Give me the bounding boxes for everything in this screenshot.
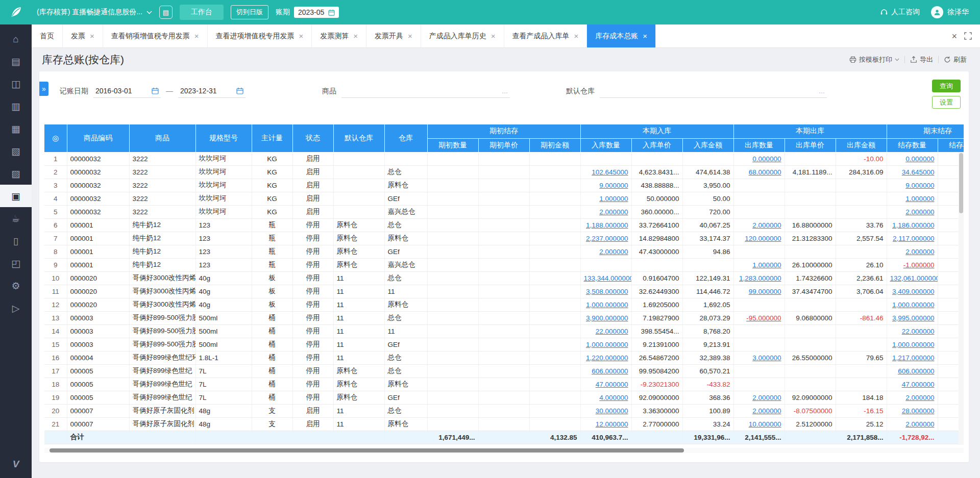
tab-查看进项增值税专用发票[interactable]: 查看进项增值税专用发票× (208, 24, 312, 47)
table-row[interactable]: 6000001纯牛奶12123瓶停用原料仓总仓1,188.00000033.72… (44, 218, 964, 232)
cell[interactable]: 3,900.000000 (580, 311, 631, 324)
table-row[interactable]: 4000000323222坎坎坷坷KG启用GEf1.00000050.00000… (44, 192, 964, 205)
cell[interactable]: 68.000000 (733, 165, 785, 179)
tab-发票测算[interactable]: 发票测算× (312, 24, 366, 47)
cell[interactable]: 99.000000 (733, 285, 785, 298)
tab-查看产成品入库单[interactable]: 查看产成品入库单× (504, 24, 587, 47)
cell[interactable]: 9.000000 (887, 179, 938, 192)
cell[interactable]: 133,344.000000 (580, 271, 631, 285)
drill-down-link[interactable]: 2.000000 (599, 208, 628, 216)
drill-down-link[interactable]: 9.000000 (599, 182, 628, 189)
drill-down-link[interactable]: 47.000000 (596, 381, 628, 388)
support-link[interactable]: 人工咨询 (880, 8, 920, 17)
cell[interactable]: 2.000000 (887, 205, 938, 218)
drill-down-link[interactable]: 2,117.000000 (893, 235, 935, 242)
end-date-input[interactable]: 2023-12-31 (178, 84, 246, 98)
cell[interactable]: 3,508.000000 (580, 285, 631, 298)
tab-库存成本总账[interactable]: 库存成本总账× (587, 24, 656, 47)
product-picker-input[interactable]: ... (341, 84, 510, 98)
drill-down-link[interactable]: 0.000000 (752, 155, 781, 163)
drill-down-link[interactable]: 2.000000 (905, 420, 934, 428)
drill-down-link[interactable]: 1.000000 (599, 195, 628, 203)
drill-down-link[interactable]: 2.000000 (905, 394, 934, 401)
sidebar-item-service[interactable]: ☕ (0, 207, 32, 230)
tab-close-icon[interactable]: × (299, 32, 304, 40)
cell[interactable]: 0.000000 (733, 152, 785, 165)
horizontal-scrollbar-thumb[interactable] (50, 448, 684, 452)
table-row[interactable]: 18000005哥俩好899绿色世纪7L桶停用原料仓原料仓47.000000-9… (44, 378, 964, 391)
sidebar-item-purchase[interactable]: ▥ (0, 95, 32, 117)
company-selector[interactable]: (库存核算) 直播畅捷通信息股份... (37, 8, 152, 17)
drill-down-link[interactable]: 10.000000 (749, 420, 781, 428)
drill-down-link[interactable]: 1.000000 (752, 261, 781, 269)
cell[interactable]: 1,220.000000 (580, 351, 631, 364)
drill-down-link[interactable]: 1,188.000000 (586, 221, 628, 229)
tab-首页[interactable]: 首页 (32, 24, 63, 47)
workbench-button[interactable]: 工作台 (180, 5, 224, 20)
sidebar-item-sales[interactable]: ▨ (0, 162, 32, 185)
brand-logo[interactable] (0, 0, 32, 24)
table-row[interactable]: 3000000323222坎坎坷坷KG启用原料仓9.000000438.8888… (44, 179, 964, 192)
query-button[interactable]: 查询 (932, 80, 961, 92)
drill-down-link[interactable]: 1,000.000000 (892, 301, 935, 309)
sidebar-item-invoice[interactable]: ▤ (0, 50, 32, 72)
cell[interactable]: 34.645000 (887, 165, 938, 179)
drill-down-link[interactable]: 606.000000 (898, 367, 934, 375)
print-by-template-button[interactable]: 按模板打印 (849, 55, 899, 64)
cell[interactable]: 132,061.000000 (887, 271, 938, 285)
drill-down-link[interactable]: 22.000000 (902, 328, 935, 335)
drill-down-link[interactable]: 2.000000 (905, 248, 934, 256)
tab-close-icon[interactable]: × (408, 32, 412, 40)
table-row[interactable]: 17000005哥俩好899绿色世纪7L桶停用原料仓总仓606.00000099… (44, 364, 964, 378)
drill-down-link[interactable]: 102.645000 (592, 168, 628, 176)
cell[interactable]: 2.000000 (733, 218, 785, 232)
cell[interactable]: 606.000000 (580, 364, 631, 378)
cell[interactable]: 10.000000 (733, 417, 785, 431)
drill-down-link[interactable]: 1,000.000000 (586, 341, 628, 348)
cell[interactable]: 1,186.000000 (887, 218, 938, 232)
table-row[interactable]: 1000000323222坎坎坷坷KG启用0.000000-10.000.000… (44, 152, 964, 165)
table-row[interactable]: 120000020哥俩好3000改性丙烯酸...40g板停用11原料仓1,000… (44, 298, 964, 311)
sidebar-item-home[interactable]: ⌂ (0, 28, 32, 50)
drill-down-link[interactable]: 9.000000 (905, 182, 934, 189)
drill-down-link[interactable]: 3,995.000000 (892, 314, 935, 322)
cell[interactable]: 2,237.000000 (580, 232, 631, 245)
sidebar-item-inventory[interactable]: ▣ (0, 185, 32, 207)
sidebar-item-ledger[interactable]: ▧ (0, 140, 32, 162)
export-button[interactable]: 导出 (910, 55, 933, 64)
drill-down-link[interactable]: 99.000000 (749, 288, 781, 295)
drill-down-link[interactable]: 1,000.000000 (892, 341, 935, 348)
cell[interactable]: 606.000000 (887, 364, 938, 378)
cell[interactable]: 12.000000 (580, 417, 631, 431)
horizontal-scrollbar[interactable] (44, 448, 964, 453)
drill-down-link[interactable]: 120.000000 (745, 235, 781, 242)
close-all-tabs-icon[interactable]: × (951, 32, 957, 41)
cell[interactable]: 2.000000 (887, 245, 938, 258)
tab-close-icon[interactable]: × (353, 32, 358, 40)
cell[interactable]: 22.000000 (887, 324, 938, 338)
user-menu[interactable]: 徐泽华 (931, 6, 969, 18)
tab-查看销项增值税专用发票[interactable]: 查看销项增值税专用发票× (103, 24, 208, 47)
sidebar-item-report[interactable]: ◫ (0, 72, 32, 95)
period-input[interactable]: 2023-05 (294, 7, 339, 18)
cell[interactable]: 1,000.000000 (580, 338, 631, 351)
cell[interactable]: 30.000000 (580, 404, 631, 417)
table-row[interactable]: 5000000323222坎坎坷坷KG启用嘉兴总仓2.000000360.000… (44, 205, 964, 218)
drill-down-link[interactable]: 0.000000 (905, 155, 934, 163)
drill-down-link[interactable]: 1.000000 (905, 195, 934, 203)
drill-down-link[interactable]: 2.000000 (905, 208, 934, 216)
vertical-scrollbar[interactable] (959, 152, 964, 445)
warehouse-picker-input[interactable]: ... (600, 84, 827, 98)
table-row[interactable]: 2000000323222坎坎坷坷KG启用总仓102.6450004,623.8… (44, 165, 964, 179)
drill-down-link[interactable]: 2,237.000000 (586, 235, 628, 242)
cell[interactable]: 1,217.000000 (887, 351, 938, 364)
cell[interactable]: 28.000000 (887, 404, 938, 417)
table-row[interactable]: 14000003哥俩好899-500强力胶...500ml桶停用111122.0… (44, 324, 964, 338)
drill-down-link[interactable]: 2.000000 (599, 248, 628, 256)
table-row[interactable]: 20000007哥俩好原子灰固化剂48g支启用11总仓30.0000003.36… (44, 404, 964, 417)
drill-down-link[interactable]: 68.000000 (749, 168, 781, 176)
table-row[interactable]: 15000003哥俩好899-500强力胶...500ml桶停用11GEf1,0… (44, 338, 964, 351)
cell[interactable]: 4.000000 (580, 391, 631, 404)
drill-down-link[interactable]: 606.000000 (592, 367, 628, 375)
tab-close-icon[interactable]: × (574, 32, 579, 40)
